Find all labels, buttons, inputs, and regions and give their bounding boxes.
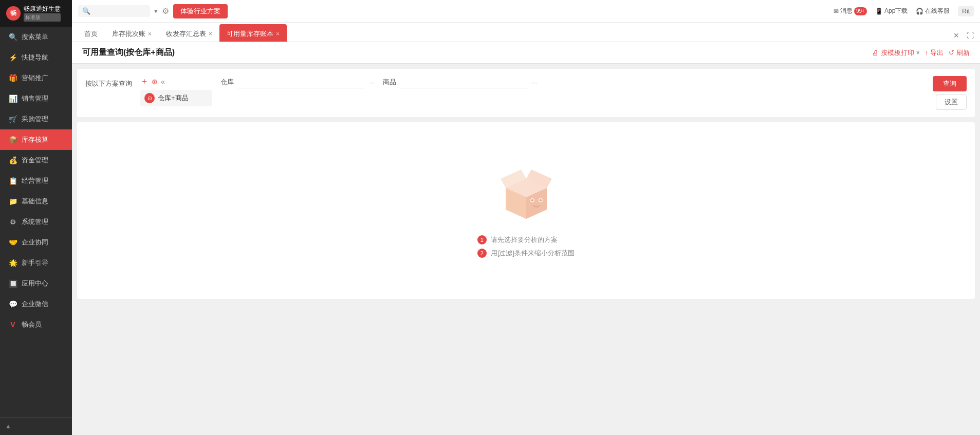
topbar-search-icon: 🔍 bbox=[82, 7, 90, 15]
newbie-icon: 🌟 bbox=[8, 258, 17, 268]
empty-state: 1 请先选择要分析的方案 2 用[过滤]条件来缩小分析范围 bbox=[77, 122, 975, 299]
sidebar-item-basics[interactable]: 📁 基础信息 bbox=[0, 191, 72, 212]
topbar-message[interactable]: ✉ 消息 99+ bbox=[834, 7, 867, 15]
print-label: 按模板打印 bbox=[881, 48, 914, 58]
sidebar-item-sales[interactable]: 📊 销售管理 bbox=[0, 88, 72, 109]
product-more-btn[interactable]: ··· bbox=[531, 79, 537, 86]
filter-panel: 按以下方案查询 ＋ ⊕ « ⊙ 仓库+商品 仓库 bbox=[77, 69, 975, 117]
topbar-user[interactable]: Rit bbox=[958, 6, 974, 16]
sidebar-item-apps[interactable]: 🔲 应用中心 bbox=[0, 273, 72, 294]
sidebar-label-quick-nav: 快捷导航 bbox=[22, 53, 48, 62]
product-input[interactable] bbox=[400, 76, 527, 88]
filter-scheme: ＋ ⊕ « ⊙ 仓库+商品 bbox=[140, 76, 212, 106]
sidebar-item-search[interactable]: 🔍 搜索菜单 bbox=[0, 27, 72, 47]
sidebar-item-system[interactable]: ⚙ 系统管理 bbox=[0, 212, 72, 232]
sidebar: 畅 畅康通好生意 标准版 🔍 搜索菜单 ⚡ 快捷导航 🎁 营销推广 📊 销售管理… bbox=[0, 0, 72, 435]
sidebar-item-finance[interactable]: 💰 资金管理 bbox=[0, 150, 72, 171]
message-label: 消息 bbox=[840, 7, 853, 15]
tab-available-ledger-label: 可用量库存账本 bbox=[227, 29, 273, 39]
export-btn[interactable]: ↑ 导出 bbox=[925, 48, 944, 58]
sidebar-label-corp: 企业协同 bbox=[22, 238, 48, 247]
message-badge: 99+ bbox=[854, 7, 867, 15]
topbar: 🔍 ▾ ⚙ 体验行业方案 ✉ 消息 99+ 📱 App下载 🎧 在线客服 Rit bbox=[72, 0, 980, 23]
filter-row-1: 仓库 ··· 商品 ··· bbox=[220, 76, 924, 88]
empty-hints: 1 请先选择要分析的方案 2 用[过滤]条件来缩小分析范围 bbox=[477, 235, 575, 258]
tab-batch-account[interactable]: 库存批次账 × bbox=[105, 24, 159, 42]
sidebar-item-newbie[interactable]: 🌟 新手引导 bbox=[0, 253, 72, 273]
sidebar-item-inventory[interactable]: 📦 库存核算 bbox=[0, 129, 72, 150]
scheme-add-btn[interactable]: ＋ bbox=[140, 76, 149, 87]
scheme-settings-btn[interactable]: ⊕ bbox=[152, 78, 158, 86]
message-icon: ✉ bbox=[834, 8, 839, 15]
search-icon: 🔍 bbox=[8, 32, 17, 42]
print-btn[interactable]: 🖨 按模板打印 ▾ bbox=[872, 48, 920, 58]
tab-batch-account-close[interactable]: × bbox=[148, 30, 152, 37]
scheme-actions: ＋ ⊕ « bbox=[140, 76, 212, 87]
online-service-label: 在线客服 bbox=[925, 7, 950, 15]
filter-field-warehouse: 仓库 ··· bbox=[220, 76, 375, 88]
tab-close-all-btn[interactable]: ✕ bbox=[951, 29, 961, 42]
system-icon: ⚙ bbox=[8, 217, 17, 226]
tab-receive-summary-close[interactable]: × bbox=[209, 30, 212, 37]
filter-fields: 仓库 ··· 商品 ··· bbox=[220, 76, 924, 88]
sidebar-label-basics: 基础信息 bbox=[22, 197, 48, 206]
tab-receive-summary[interactable]: 收发存汇总表 × bbox=[159, 24, 219, 42]
empty-illustration bbox=[495, 163, 557, 225]
topbar-search-box[interactable]: 🔍 bbox=[78, 5, 150, 17]
sidebar-label-system: 系统管理 bbox=[22, 217, 48, 226]
app-tag: 标准版 bbox=[24, 13, 61, 22]
filter-label: 按以下方案查询 bbox=[85, 76, 132, 88]
scheme-collapse-btn[interactable]: « bbox=[161, 78, 165, 86]
tab-receive-summary-label: 收发存汇总表 bbox=[166, 29, 206, 39]
topbar-online-service[interactable]: 🎧 在线客服 bbox=[916, 7, 950, 15]
purchase-icon: 🛒 bbox=[8, 115, 17, 124]
tab-available-ledger[interactable]: 可用量库存账本 × bbox=[219, 24, 287, 42]
page-header-actions: 🖨 按模板打印 ▾ ↑ 导出 ↺ 刷新 bbox=[872, 48, 970, 58]
topbar-dropdown-icon[interactable]: ▾ bbox=[154, 7, 158, 15]
warehouse-more-btn[interactable]: ··· bbox=[369, 79, 375, 86]
sidebar-label-sales: 销售管理 bbox=[22, 94, 48, 103]
quick-nav-icon: ⚡ bbox=[8, 53, 17, 62]
app-download-label: App下载 bbox=[884, 7, 908, 15]
tab-home-label: 首页 bbox=[84, 29, 98, 39]
product-label: 商品 bbox=[383, 78, 396, 87]
print-dropdown-icon: ▾ bbox=[916, 49, 920, 56]
query-btn[interactable]: 查询 bbox=[933, 76, 967, 91]
warehouse-input[interactable] bbox=[238, 76, 365, 88]
sidebar-item-member[interactable]: V 畅会员 bbox=[0, 314, 72, 335]
tab-available-ledger-close[interactable]: × bbox=[276, 30, 280, 37]
app-name: 畅康通好生意 bbox=[24, 5, 61, 13]
page-title: 可用量查询(按仓库+商品) bbox=[82, 47, 175, 58]
topbar-gear-icon[interactable]: ⚙ bbox=[162, 6, 169, 16]
sidebar-item-quick-nav[interactable]: ⚡ 快捷导航 bbox=[0, 47, 72, 68]
refresh-btn[interactable]: ↺ 刷新 bbox=[949, 48, 970, 58]
sidebar-item-purchase[interactable]: 🛒 采购管理 bbox=[0, 109, 72, 129]
sidebar-label-marketing: 营销推广 bbox=[22, 73, 48, 83]
operations-icon: 📋 bbox=[8, 176, 17, 185]
sales-icon: 📊 bbox=[8, 94, 17, 103]
corp-icon: 🤝 bbox=[8, 238, 17, 247]
topbar-search-input[interactable] bbox=[93, 8, 144, 15]
refresh-label: 刷新 bbox=[956, 48, 970, 58]
sidebar-item-operations[interactable]: 📋 经营管理 bbox=[0, 171, 72, 191]
sidebar-item-corp[interactable]: 🤝 企业协同 bbox=[0, 232, 72, 253]
tab-home[interactable]: 首页 bbox=[77, 24, 105, 42]
apps-icon: 🔲 bbox=[8, 279, 17, 288]
svg-point-9 bbox=[540, 199, 542, 201]
tab-fullscreen-btn[interactable]: ⛶ bbox=[965, 29, 976, 42]
sidebar-item-wechat[interactable]: 💬 企业微信 bbox=[0, 294, 72, 314]
basics-icon: 📁 bbox=[8, 197, 17, 206]
sidebar-label-finance: 资金管理 bbox=[22, 156, 48, 165]
logo-text-block: 畅康通好生意 标准版 bbox=[24, 5, 61, 22]
empty-hint-2: 2 用[过滤]条件来缩小分析范围 bbox=[477, 249, 575, 258]
scheme-item-warehouse-product[interactable]: ⊙ 仓库+商品 bbox=[140, 90, 212, 106]
settings-btn[interactable]: 设置 bbox=[936, 94, 967, 110]
industry-btn[interactable]: 体验行业方案 bbox=[173, 4, 228, 18]
hint-text-1: 请先选择要分析的方案 bbox=[491, 235, 558, 244]
sidebar-label-purchase: 采购管理 bbox=[22, 115, 48, 124]
svg-point-8 bbox=[531, 199, 533, 201]
sidebar-item-marketing[interactable]: 🎁 营销推广 bbox=[0, 68, 72, 88]
scheme-item-label: 仓库+商品 bbox=[158, 93, 189, 103]
topbar-app-download[interactable]: 📱 App下载 bbox=[875, 7, 908, 15]
empty-box-svg bbox=[495, 163, 557, 225]
